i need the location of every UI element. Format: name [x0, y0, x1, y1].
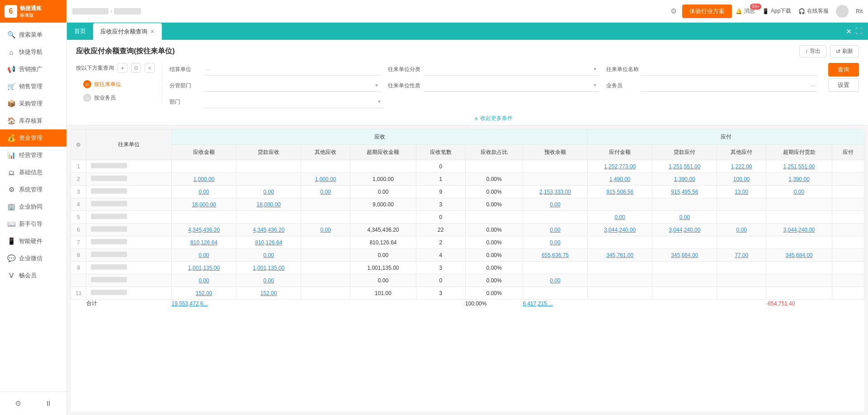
table-cell[interactable]: 0.00 [172, 186, 236, 198]
table-cell[interactable]: 4,345,436.20 [172, 224, 236, 236]
sidebar-item-guide[interactable]: 📖 新手引导 [0, 215, 66, 233]
close-window-icon[interactable]: ✕ [846, 27, 852, 36]
table-cell[interactable]: 1,000.00 [301, 173, 350, 186]
filter-fenguan-input[interactable]: ▼ [204, 79, 381, 92]
sidebar-item-search[interactable]: 🔍 搜索菜单 [0, 26, 66, 43]
sidebar-item-basic[interactable]: 🗂 基础信息 [0, 164, 66, 181]
tab-close-icon[interactable]: ✕ [150, 29, 155, 35]
table-cell[interactable]: 0.00 [172, 249, 236, 262]
table-cell[interactable]: 915,508.56 [588, 186, 652, 198]
query-button[interactable]: 查询 [828, 63, 859, 76]
table-cell[interactable]: 0.00 [588, 211, 652, 224]
table-cell[interactable]: 0.00 [301, 186, 350, 198]
app-download-label: App下载 [771, 7, 791, 15]
table-cell[interactable]: 152.00 [172, 287, 236, 300]
table-cell[interactable]: 915,495.56 [652, 186, 717, 198]
filter-collapse-row[interactable]: ∧ 收起更多条件 [170, 112, 817, 125]
table-cell[interactable]: 0.00 [766, 186, 832, 198]
table-cell[interactable]: 1,251,551.00 [766, 160, 832, 173]
sidebar-item-corp[interactable]: 🏢 企业协同 [0, 198, 66, 215]
sidebar-item-finance[interactable]: 💰 资金管理 [0, 129, 66, 147]
export-button[interactable]: ↑ 导出 [799, 45, 826, 57]
sidebar-item-sales[interactable]: 🛒 销售管理 [0, 78, 66, 95]
filter-laiwang-name-input[interactable] [642, 63, 817, 76]
table-cell[interactable]: 0.00 [523, 274, 587, 287]
table-cell[interactable]: 77.00 [717, 249, 766, 262]
collapse-btn[interactable]: ⏸ [35, 396, 62, 410]
table-cell[interactable]: 0.00 [523, 224, 587, 236]
message-btn[interactable]: 🔔 消息 99+ [736, 7, 755, 15]
table-cell[interactable]: 13.00 [717, 186, 766, 198]
footer-prepay[interactable]: 6,417,215.... [523, 300, 587, 308]
scheme-item-partner[interactable]: ⊙ 按往来单位 [80, 78, 155, 90]
table-cell[interactable]: 1,000.00 [172, 173, 236, 186]
username[interactable]: Rit [856, 8, 863, 14]
table-cell[interactable]: 810,126.64 [236, 236, 301, 249]
sidebar-item-member[interactable]: Ⅴ 畅会员 [0, 267, 66, 284]
filter-scheme-collapse[interactable]: « [145, 63, 155, 73]
settings-bottom-btn[interactable]: ⚙ [5, 396, 32, 410]
filter-business-input[interactable]: ··· [641, 79, 817, 92]
online-service-btn[interactable]: 🎧 在线客服 [798, 7, 829, 15]
table-cell[interactable]: 1,001,135.00 [236, 262, 301, 274]
table-cell[interactable]: 1,390.00 [766, 173, 832, 186]
table-cell[interactable]: 655,636.75 [523, 249, 587, 262]
tab-home[interactable]: 首页 [67, 23, 93, 40]
table-cell[interactable]: 0.00 [717, 224, 766, 236]
table-cell[interactable]: 1,222.00 [717, 160, 766, 173]
table-cell[interactable]: 2,153,333.00 [523, 186, 587, 198]
table-cell[interactable]: 810,126.64 [172, 236, 236, 249]
table-cell[interactable]: 0.00 [236, 249, 301, 262]
table-cell[interactable]: 0.00 [172, 274, 236, 287]
table-cell[interactable]: 3,044,240.00 [588, 224, 652, 236]
table-cell[interactable]: 1,390.00 [652, 173, 717, 186]
table-cell: 0.00 [350, 249, 416, 262]
table-cell[interactable]: 1,490.00 [588, 173, 652, 186]
table-cell[interactable]: 0.00 [236, 274, 301, 287]
table-cell[interactable]: 0.00 [236, 186, 301, 198]
table-cell[interactable]: 0.00 [523, 236, 587, 249]
footer-ys-total[interactable]: 19,553,472,6... [172, 300, 236, 308]
table-settings-icon[interactable]: ⚙ [76, 142, 81, 148]
table-cell[interactable]: 3,044,240.00 [652, 224, 717, 236]
filter-jiesuan-input[interactable]: ··· [204, 63, 381, 76]
sidebar-item-system[interactable]: ⚙ 系统管理 [0, 181, 66, 198]
table-cell[interactable]: 0.00 [652, 211, 717, 224]
table-cell[interactable]: 0.00 [523, 198, 587, 211]
trial-button[interactable]: 体验行业方案 [682, 5, 732, 18]
table-cell[interactable]: 100.00 [717, 173, 766, 186]
table-cell[interactable]: 345,761.00 [588, 249, 652, 262]
sidebar-item-wechat[interactable]: 💬 企业微信 [0, 250, 66, 267]
sidebar-item-purchase[interactable]: 📦 采购管理 [0, 95, 66, 112]
filter-settings-button[interactable]: 设置 [828, 78, 859, 92]
table-cell[interactable]: 345,684.00 [652, 249, 717, 262]
avatar[interactable] [836, 5, 849, 18]
table-cell[interactable]: 0.00 [301, 224, 350, 236]
table-cell[interactable]: 1,251,551.00 [652, 160, 717, 173]
filter-dept-input[interactable]: ▼ [204, 95, 383, 108]
table-cell[interactable]: 18,000.00 [236, 198, 301, 211]
table-cell[interactable]: 4,345,436.20 [236, 224, 301, 236]
tab-receivable[interactable]: 应收应付余额查询 ✕ [93, 23, 162, 40]
table-cell[interactable]: 3,044,240.00 [766, 224, 832, 236]
fullscreen-icon[interactable]: ⛶ [855, 27, 863, 35]
table-cell[interactable]: 152.00 [236, 287, 301, 300]
sidebar-item-quicknav[interactable]: ⌂ 快捷导航 [0, 43, 66, 61]
table-cell[interactable]: 18,000.00 [172, 198, 236, 211]
app-download-btn[interactable]: 📱 App下载 [762, 7, 791, 15]
table-cell[interactable]: 345,684.00 [766, 249, 832, 262]
filter-classify-input[interactable]: ▼ [423, 63, 599, 76]
gear-icon[interactable]: ⚙ [669, 5, 679, 17]
filter-add-button[interactable]: + [118, 63, 127, 73]
sidebar-item-inventory[interactable]: 🏠 库存核算 [0, 112, 66, 129]
refresh-button[interactable]: ↺ 刷新 [830, 45, 859, 57]
col-settings-header[interactable]: ⚙ [71, 129, 86, 160]
table-cell[interactable]: 1,252,773.00 [588, 160, 652, 173]
sidebar-item-operation[interactable]: 📊 经营管理 [0, 147, 66, 164]
table-cell[interactable]: 1,001,135.00 [172, 262, 236, 274]
filter-nature-input[interactable]: ▼ [423, 79, 599, 92]
sidebar-item-hardware[interactable]: 📱 智能硬件 [0, 233, 66, 250]
filter-scheme-settings[interactable]: ⊙ [131, 63, 141, 73]
scheme-item-salesperson[interactable]: ⊙ 按业务员 [80, 92, 155, 104]
sidebar-item-marketing[interactable]: 📢 营销推广 [0, 61, 66, 78]
